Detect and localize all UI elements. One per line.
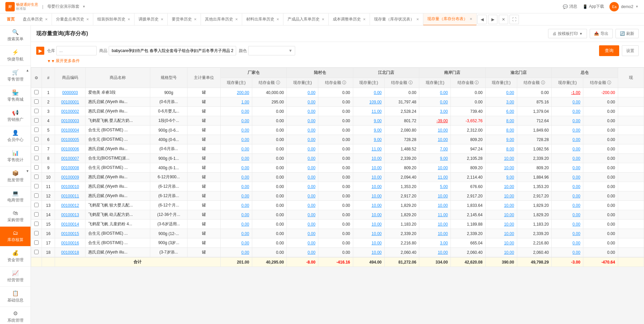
row-checkbox[interactable] [31, 107, 42, 116]
row-name-qty: 10.00 [419, 220, 451, 229]
avatar: Ea [609, 2, 619, 11]
tab-transfer[interactable]: 调拨单历史 ✕ [135, 13, 168, 26]
tab-material-out[interactable]: 材料出库单历史 ✕ [242, 13, 283, 26]
tab-stock-status[interactable]: 现存量（库存状况表） ✕ [370, 13, 423, 26]
row-name: 合生元 (BIOSTIME) ... [85, 135, 150, 144]
sidebar-item-wholesale[interactable]: 📦 批发管理 ▼ [0, 167, 31, 187]
filter-toggle-btn[interactable]: ▶ [36, 47, 44, 55]
expand-btn[interactable]: ▼▼ 展开更多条件 [47, 58, 639, 64]
sidebar-item-operations[interactable]: 📈 经营管理 [0, 267, 31, 287]
row-jbmd-qty: 10.00 [353, 163, 384, 173]
col-code-header: 商品编码 [55, 68, 86, 88]
tab-next-btn[interactable]: ▶ [488, 15, 497, 24]
color-input[interactable] [248, 46, 295, 55]
warehouse-input[interactable] [56, 46, 97, 55]
sidebar-item-purchase[interactable]: 🛍 采购管理 [0, 207, 31, 227]
tab-close[interactable]: ✕ [194, 17, 197, 21]
tab-sub-inventory[interactable]: 分量盘点单历史 ✕ [52, 13, 93, 26]
row-checkbox[interactable] [31, 135, 42, 144]
tab-close[interactable]: ✕ [416, 17, 419, 21]
settings-filter-btn[interactable]: 设置 [622, 45, 639, 56]
sidebar-item-retail-stats[interactable]: 📊 零售统计 [0, 146, 31, 167]
tab-close[interactable]: ✕ [161, 17, 163, 21]
col-settings-header[interactable]: ⚙ [31, 68, 42, 88]
row-chj-amt: 0.00 [252, 135, 286, 144]
row-checkbox[interactable] [31, 88, 42, 97]
row-jbmd-amt: 0.00 [384, 88, 419, 97]
sidebar-item-member[interactable]: 👤 会员中心 [0, 126, 31, 146]
row-ybmd-qty: 10.00 [485, 220, 517, 229]
row-checkbox[interactable] [31, 163, 42, 173]
sidebar-item-nav[interactable]: ⚡ 快捷导航 [0, 46, 31, 66]
row-checkbox[interactable] [31, 238, 42, 248]
tab-other-out[interactable]: 其他出库单历史 ✕ [201, 13, 242, 26]
tab-close[interactable]: ✕ [45, 17, 48, 21]
refresh-btn[interactable]: 🔄 刷新 [615, 29, 639, 38]
sidebar-item-search[interactable]: 🔍 搜索英单 [0, 26, 31, 46]
row-checkbox[interactable] [31, 97, 42, 107]
tab-cost-adjust[interactable]: 成本调整单历史 ✕ [329, 13, 370, 26]
user-area[interactable]: Ea demo2 ▼ [609, 2, 639, 11]
row-checkbox[interactable] [31, 210, 42, 220]
row-jbmd-qty: 10.00 [353, 173, 384, 182]
row-checkbox[interactable] [31, 201, 42, 210]
row-spec: (3-6岁适用... [150, 220, 187, 229]
row-checkbox[interactable] [31, 248, 42, 258]
row-jbmd-qty: 10.00 [353, 220, 384, 229]
row-jbmd-qty: 10.00 [353, 154, 384, 163]
sidebar-item-marketing[interactable]: 📢 营销推广 [0, 106, 31, 126]
row-ybmd-amt: 728.28 [517, 135, 551, 144]
row-jbmd-amt: 2,917.20 [384, 191, 419, 201]
app-download-btn[interactable]: 📱 App下载 [583, 4, 604, 9]
tab-prev-btn[interactable]: ◀ [477, 15, 487, 24]
col-ybmd-qty: 现存量(主) [485, 78, 517, 88]
sidebar-item-basic-info[interactable]: 📋 基础信息 [0, 287, 31, 307]
tab-close[interactable]: ✕ [235, 17, 238, 21]
color-dropdown-icon[interactable]: ▼ [288, 48, 292, 53]
tab-close[interactable]: ✕ [470, 17, 472, 21]
tab-inventory-check[interactable]: 盘点单历史 ✕ [19, 13, 52, 26]
color-filter: 颜色 ▼ [239, 46, 292, 55]
row-checkbox[interactable] [31, 191, 42, 201]
row-jbmd-qty: 0.00 [353, 88, 384, 97]
tab-close-btn[interactable]: ✕ [499, 15, 508, 24]
footer-zc-qty: -3.00 [552, 257, 583, 267]
tab-close[interactable]: ✕ [363, 17, 366, 21]
sidebar-item-retail-mgmt[interactable]: 🛒 零售管理 ▲ [0, 66, 31, 86]
tab-assembly[interactable]: 组装拆卸单历史 ✕ [93, 13, 135, 26]
tab-fullscreen-btn[interactable]: ⛶ [509, 15, 519, 24]
goods-input[interactable] [109, 46, 236, 55]
export-btn[interactable]: 📤 导出 [590, 29, 613, 38]
tab-close[interactable]: ✕ [322, 17, 324, 21]
row-checkbox[interactable] [31, 182, 42, 191]
sidebar-item-system[interactable]: ⚙ 系统管理 [0, 307, 31, 324]
row-checkbox[interactable] [31, 144, 42, 154]
row-ybmd-amt: 809.20 [517, 163, 551, 173]
row-checkbox[interactable] [31, 229, 42, 238]
tab-stock-distribution[interactable]: 现存量（库存分布表） ✕ [423, 13, 477, 26]
row-name: 合生元(BIOSTIME)派... [85, 154, 150, 163]
row-unit: 罐 [187, 126, 220, 135]
tab-close[interactable]: ✕ [127, 17, 130, 21]
row-checkbox[interactable] [31, 173, 42, 182]
dropdown-label[interactable]: 母婴行业演示陈套 [47, 4, 79, 9]
row-lcv-qty: 0.00 [287, 144, 318, 154]
tab-requisition[interactable]: 要货单历史 ✕ [168, 13, 201, 26]
tab-close[interactable]: ✕ [86, 17, 89, 21]
tab-close[interactable]: ✕ [276, 17, 279, 21]
row-checkbox[interactable] [31, 116, 42, 126]
tab-product-in[interactable]: 产成品入库单历史 ✕ [283, 13, 329, 26]
row-checkbox[interactable] [31, 220, 42, 229]
row-checkbox[interactable] [31, 126, 42, 135]
row-checkbox[interactable] [31, 154, 42, 163]
print-btn[interactable]: 🖨 按模板打印 ▼ [548, 29, 587, 38]
user-dropdown-icon: ▼ [635, 5, 639, 8]
sidebar-item-inventory[interactable]: 🗂 库存核算 [0, 227, 31, 246]
dropdown-icon[interactable]: ▼ [82, 5, 86, 8]
sidebar-item-retail-mall[interactable]: 🏪 零售商城 [0, 86, 31, 106]
query-btn[interactable]: 查询 [599, 45, 619, 56]
message-btn[interactable]: 💬 消息 [563, 4, 577, 9]
sidebar-item-finance[interactable]: 💰 资金管理 [0, 246, 31, 267]
tab-home[interactable]: 首页 [3, 16, 19, 22]
sidebar-item-ecommerce[interactable]: 💻 电商管理 [0, 187, 31, 207]
